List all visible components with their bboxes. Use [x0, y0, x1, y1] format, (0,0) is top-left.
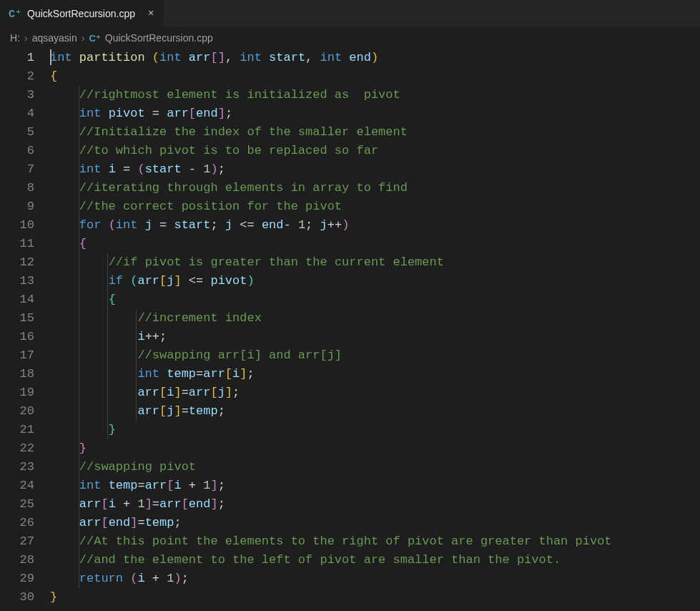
- line-number: 30: [0, 588, 34, 607]
- code-line[interactable]: for (int j = start; j <= end- 1; j++): [50, 216, 700, 235]
- code-line[interactable]: //swapping arr[i] and arr[j]: [50, 346, 700, 365]
- code-line[interactable]: arr[i + 1]=arr[end];: [50, 495, 700, 514]
- line-number: 12: [0, 253, 34, 272]
- chevron-right-icon: ›: [24, 32, 28, 44]
- code-line[interactable]: int i = (start - 1);: [50, 160, 700, 179]
- code-area[interactable]: int partition (int arr[], int start, int…: [50, 49, 700, 611]
- close-icon[interactable]: ×: [148, 8, 154, 19]
- code-line[interactable]: //increment index: [50, 309, 700, 328]
- code-line[interactable]: {: [50, 235, 700, 253]
- code-line[interactable]: //the correct position for the pivot: [50, 197, 700, 216]
- line-number: 7: [0, 160, 34, 179]
- line-number: 10: [0, 216, 34, 235]
- line-number: 22: [0, 439, 34, 458]
- code-line[interactable]: //rightmost element is initialized as pi…: [50, 86, 700, 104]
- line-number: 3: [0, 86, 34, 104]
- code-line[interactable]: return (i + 1);: [50, 570, 700, 588]
- line-number: 27: [0, 532, 34, 551]
- text-cursor: [50, 49, 51, 65]
- tab-quicksort[interactable]: C⁺ QuickSortRecursion.cpp ×: [0, 0, 164, 27]
- breadcrumb-segment-drive[interactable]: H:: [10, 32, 20, 44]
- code-line[interactable]: int temp=arr[i + 1];: [50, 476, 700, 495]
- editor: 1234567891011121314151617181920212223242…: [0, 49, 700, 611]
- code-line[interactable]: //Initialize the index of the smaller el…: [50, 123, 700, 142]
- line-number: 25: [0, 495, 34, 514]
- code-line[interactable]: //At this point the elements to the righ…: [50, 532, 700, 551]
- line-number: 18: [0, 365, 34, 383]
- line-number: 28: [0, 551, 34, 570]
- code-line[interactable]: int pivot = arr[end];: [50, 104, 700, 123]
- line-number: 23: [0, 458, 34, 476]
- code-line[interactable]: int partition (int arr[], int start, int…: [50, 49, 700, 67]
- cpp-file-icon: C⁺: [89, 33, 100, 44]
- line-number: 14: [0, 290, 34, 309]
- line-number: 20: [0, 402, 34, 421]
- line-number: 26: [0, 514, 34, 532]
- code-line[interactable]: {: [50, 67, 700, 86]
- line-number: 15: [0, 309, 34, 328]
- line-number: 11: [0, 235, 34, 253]
- tab-bar: C⁺ QuickSortRecursion.cpp ×: [0, 0, 700, 27]
- code-line[interactable]: //if pivot is greater than the current e…: [50, 253, 700, 272]
- line-number: 16: [0, 328, 34, 346]
- code-line[interactable]: }: [50, 439, 700, 458]
- line-number: 29: [0, 570, 34, 588]
- code-line[interactable]: //to which pivot is to be replaced so fa…: [50, 142, 700, 160]
- breadcrumb-segment-folder[interactable]: aqsayasin: [32, 32, 77, 44]
- line-number: 17: [0, 346, 34, 365]
- line-number-gutter: 1234567891011121314151617181920212223242…: [0, 49, 50, 611]
- cpp-file-icon: C⁺: [9, 7, 21, 21]
- code-line[interactable]: arr[i]=arr[j];: [50, 383, 700, 402]
- code-line[interactable]: //and the element to the left of pivot a…: [50, 551, 700, 570]
- line-number: 1: [0, 49, 34, 67]
- code-line[interactable]: //iterating through elements in array to…: [50, 179, 700, 197]
- code-line[interactable]: if (arr[j] <= pivot): [50, 272, 700, 290]
- code-line[interactable]: //swapping pivot: [50, 458, 700, 476]
- line-number: 5: [0, 123, 34, 142]
- line-number: 8: [0, 179, 34, 197]
- breadcrumb-segment-file[interactable]: QuickSortRecursion.cpp: [105, 32, 213, 44]
- code-line[interactable]: }: [50, 588, 700, 607]
- code-line[interactable]: arr[j]=temp;: [50, 402, 700, 421]
- line-number: 24: [0, 476, 34, 495]
- line-number: 9: [0, 197, 34, 216]
- line-number: 4: [0, 104, 34, 123]
- code-line[interactable]: i++;: [50, 328, 700, 346]
- line-number: 13: [0, 272, 34, 290]
- code-line[interactable]: }: [50, 421, 700, 439]
- chevron-right-icon: ›: [82, 32, 85, 44]
- line-number: 2: [0, 67, 34, 86]
- code-line[interactable]: arr[end]=temp;: [50, 514, 700, 532]
- code-line[interactable]: {: [50, 290, 700, 309]
- line-number: 6: [0, 142, 34, 160]
- code-line[interactable]: int temp=arr[i];: [50, 365, 700, 383]
- breadcrumb[interactable]: H: › aqsayasin › C⁺ QuickSortRecursion.c…: [0, 27, 700, 49]
- line-number: 21: [0, 421, 34, 439]
- line-number: 19: [0, 383, 34, 402]
- tab-label: QuickSortRecursion.cpp: [27, 8, 135, 19]
